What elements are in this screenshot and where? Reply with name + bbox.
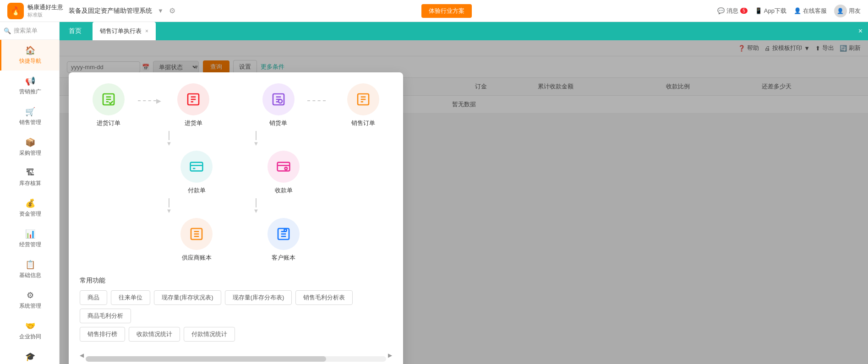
- sidebar-item-label-collab: 企业协同: [19, 333, 41, 341]
- receipt-label: 收款单: [275, 186, 293, 195]
- sidebar-item-purchase[interactable]: 📦 采购管理: [0, 132, 59, 163]
- app-download-button[interactable]: 📱 App下载: [755, 7, 786, 15]
- page-content: ❓ 帮助 🖨 按模板打印 ▼ ⬆ 导出 🔄 刷新: [60, 40, 868, 364]
- func-btn-goods-margin[interactable]: 商品毛利分析: [80, 309, 131, 323]
- arrow-2: [307, 100, 334, 110]
- modal-overlay[interactable]: 进货订单 ▶: [60, 40, 868, 364]
- modal-scrollbar-container: ◀ ▶: [80, 349, 392, 362]
- tab-home[interactable]: 首页: [60, 22, 91, 40]
- inventory-icon: 🏗: [26, 168, 34, 178]
- search-icon: 🔍: [4, 27, 11, 34]
- system-icon: ⚙: [27, 290, 34, 300]
- scroll-right-arrow[interactable]: ▶: [388, 352, 392, 359]
- logo-sub: 标准版: [27, 11, 63, 18]
- func-btn-stock-dist[interactable]: 现存量(库存分布表): [225, 290, 292, 305]
- online-service-button[interactable]: 👤 在线客服: [794, 7, 827, 15]
- app-download-label: App下载: [764, 7, 786, 15]
- flow-node-supplier-ledger[interactable]: 供应商账本: [167, 218, 226, 262]
- svg-rect-20: [278, 163, 290, 171]
- sidebar-item-operations[interactable]: 📊 经营管理: [0, 223, 59, 254]
- arrow-down-purchase: ▼: [139, 131, 199, 147]
- sidebar-item-basic[interactable]: 📋 基础信息: [0, 254, 59, 285]
- sidebar-item-label-system: 系统管理: [19, 302, 41, 310]
- purchase-order-circle[interactable]: [93, 83, 125, 115]
- sidebar-item-label-basic: 基础信息: [19, 272, 41, 279]
- sidebar-item-quicknav[interactable]: 🏠 快捷导航: [0, 40, 59, 71]
- user-name: 用友: [849, 7, 861, 15]
- svg-point-22: [285, 167, 287, 169]
- flow-node-sales-order[interactable]: 销售订单: [334, 83, 392, 127]
- modal-scrollbar[interactable]: [86, 356, 386, 362]
- tab-bar: 首页 销售订单执行表 × ×: [60, 22, 868, 40]
- sidebar-item-inventory[interactable]: 🏗 库存核算: [0, 163, 59, 193]
- svg-point-12: [278, 99, 282, 103]
- sidebar-item-collab[interactable]: 🤝 企业协同: [0, 315, 59, 346]
- user-menu[interactable]: 👤 用友: [834, 5, 861, 17]
- content-area: 首页 销售订单执行表 × × ❓ 帮助 🖨 按: [60, 22, 868, 364]
- sidebar-item-finance[interactable]: 💰 资金管理: [0, 193, 59, 223]
- func-btn-receipt-stats[interactable]: 收款情况统计: [129, 327, 180, 342]
- sidebar-item-label-finance: 资金管理: [19, 210, 41, 218]
- message-button[interactable]: 💬 消息 5: [717, 7, 748, 15]
- collab-icon: 🤝: [25, 321, 35, 331]
- online-service-label: 在线客服: [803, 7, 827, 15]
- newbie-icon: 🎓: [25, 352, 35, 362]
- func-buttons-row-2: 销售排行榜 收款情况统计 付款情况统计: [80, 327, 392, 342]
- func-btn-goods[interactable]: 商品: [80, 290, 107, 305]
- sidebar-item-label-quicknav: 快捷导航: [19, 57, 41, 65]
- payment-circle[interactable]: [180, 151, 213, 183]
- sidebar-item-label-sales: 销售管理: [19, 119, 41, 126]
- func-buttons-row-1: 商品 往来单位 现存量(库存状况表) 现存量(库存分布表) 销售毛利分析表 商品…: [80, 290, 392, 323]
- marketing-icon: 📢: [25, 76, 35, 86]
- top-bar: 🔥 畅康通好生意 标准版 装备及固定资产辅助管理系统 ▼ ⚙ 体验行业方案 💬 …: [0, 0, 868, 22]
- sales-bill-circle[interactable]: [262, 83, 295, 115]
- receipt-circle[interactable]: [267, 151, 300, 183]
- flow-row-arrows-v: ▼ ▼: [139, 131, 392, 147]
- sidebar-search[interactable]: 🔍 搜索菜单: [0, 22, 59, 40]
- svg-rect-17: [191, 163, 203, 171]
- sidebar-item-marketing[interactable]: 📢 营销推广: [0, 71, 59, 101]
- sidebar-item-system[interactable]: ⚙ 系统管理: [0, 285, 59, 315]
- settings-icon[interactable]: ⚙: [169, 6, 175, 15]
- sidebar-item-newbie[interactable]: 🎓 新手引导: [0, 346, 59, 364]
- func-btn-sales-ranking[interactable]: 销售排行榜: [80, 327, 125, 342]
- try-button[interactable]: 体验行业方案: [421, 4, 472, 18]
- sidebar-item-sales[interactable]: 🛒 销售管理: [0, 101, 59, 132]
- basic-icon: 📋: [25, 260, 35, 270]
- flow-node-sales-bill[interactable]: 销货单: [249, 83, 307, 127]
- scroll-left-arrow[interactable]: ◀: [80, 352, 84, 359]
- message-icon: 💬: [717, 7, 725, 14]
- customer-ledger-circle[interactable]: [267, 218, 300, 250]
- modal-scrollbar-thumb[interactable]: [86, 356, 326, 362]
- sales-bill-label: 销货单: [269, 119, 287, 127]
- flow-diagram: 进货订单 ▶: [80, 83, 392, 266]
- tab-close-icon[interactable]: ×: [145, 28, 148, 34]
- func-btn-sales-margin[interactable]: 销售毛利分析表: [295, 290, 353, 305]
- supplier-ledger-label: 供应商账本: [182, 254, 212, 262]
- flow-node-payment[interactable]: 付款单: [167, 151, 226, 195]
- func-btn-stock-status[interactable]: 现存量(库存状况表): [154, 290, 221, 305]
- sales-order-circle[interactable]: [347, 83, 379, 115]
- arrow-down-receipt: ▼: [226, 198, 286, 214]
- dropdown-icon[interactable]: ▼: [158, 7, 164, 14]
- func-btn-partners[interactable]: 往来单位: [111, 290, 150, 305]
- flow-node-purchase-bill[interactable]: 进货单: [164, 83, 223, 127]
- func-btn-payment-stats[interactable]: 付款情况统计: [184, 327, 235, 342]
- purchase-bill-label: 进货单: [185, 119, 202, 127]
- user-avatar: 👤: [834, 5, 847, 17]
- common-functions-section: 常用功能 商品 往来单位 现存量(库存状况表) 现存量(库存分布表) 销售毛利分…: [80, 277, 392, 342]
- quicknav-icon: 🏠: [25, 45, 35, 55]
- arrow-down-payment: ▼: [139, 198, 199, 214]
- finance-icon: 💰: [25, 198, 35, 208]
- operations-icon: 📊: [25, 229, 35, 239]
- flow-node-receipt[interactable]: 收款单: [254, 151, 313, 195]
- arrow-down-sales: ▼: [226, 131, 286, 147]
- purchase-bill-circle[interactable]: [177, 83, 209, 115]
- tab-close-all[interactable]: ×: [853, 27, 868, 35]
- tab-sales-order[interactable]: 销售订单执行表 ×: [93, 22, 156, 40]
- flow-node-customer-ledger[interactable]: 客户账本: [254, 218, 313, 262]
- supplier-ledger-circle[interactable]: [180, 218, 213, 250]
- flow-node-purchase-order[interactable]: 进货订单: [80, 83, 138, 127]
- main-layout: 🔍 搜索菜单 🏠 快捷导航 📢 营销推广 🛒 销售管理 📦 采购管理 🏗: [0, 22, 868, 364]
- purchase-icon: 📦: [25, 137, 35, 147]
